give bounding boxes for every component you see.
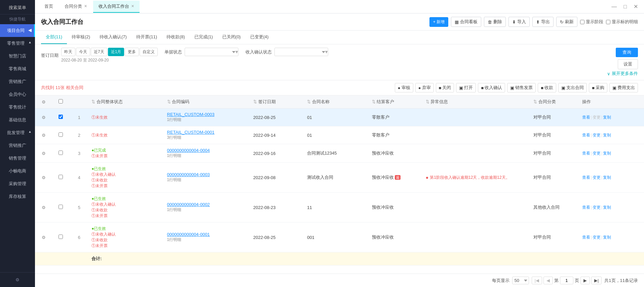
page-input[interactable]	[560, 277, 573, 284]
op-复制[interactable]: 复制	[603, 175, 611, 180]
date-btn-yesterday[interactable]: 昨天	[61, 48, 75, 56]
window-close-icon[interactable]: ✕	[632, 3, 640, 10]
per-page-select[interactable]: 50 10 20 100	[512, 277, 529, 284]
code-link[interactable]: 0000000000004-0001	[167, 232, 210, 237]
code-link[interactable]: 0000000000004-0002	[167, 202, 210, 207]
action-sales-invoice-btn[interactable]: ▣ 销售发票	[507, 83, 536, 92]
window-maximize-icon[interactable]: □	[621, 3, 629, 10]
filter-tab-closed[interactable]: 已关闭(0)	[218, 31, 245, 44]
op-变更[interactable]: 变更	[593, 133, 601, 137]
window-minimize-icon[interactable]: —	[609, 3, 619, 10]
first-page-btn[interactable]: |◀	[532, 277, 542, 284]
income-confirm-select[interactable]	[274, 48, 328, 56]
filter-tab-completed[interactable]: 已完成(1)	[190, 31, 218, 44]
action-close-btn[interactable]: ■ 关闭	[436, 83, 454, 92]
show-stage-checkbox[interactable]	[580, 20, 584, 24]
op-查看[interactable]: 查看	[582, 235, 590, 240]
sidebar-item-quicknav[interactable]: 快捷导航	[0, 14, 35, 24]
tab-close-income-workbench[interactable]: ✕	[131, 4, 134, 8]
action-abandon-btn[interactable]: ● 弃审	[415, 83, 434, 92]
op-复制[interactable]: 复制	[603, 235, 611, 240]
action-income-confirm-btn[interactable]: ■ 收入确认	[478, 83, 505, 92]
setting-button[interactable]: 设置	[618, 59, 638, 69]
sidebar-item-inventory[interactable]: 库存核算	[0, 190, 35, 203]
filter-tab-pending-confirm[interactable]: 待收入确认(7)	[95, 31, 131, 44]
row-gear[interactable]: ⚙	[35, 222, 52, 252]
delete-button[interactable]: 🗑 删除	[484, 17, 506, 27]
code-link[interactable]: RETAIL_CUSTOM-0001	[167, 130, 215, 135]
code-link[interactable]: 0000000000004-0003	[167, 172, 210, 177]
action-purchase-btn[interactable]: ■ 采购	[589, 83, 607, 92]
sidebar-item-member[interactable]: 会员中心	[0, 88, 35, 101]
prev-page-btn[interactable]: ◀	[543, 277, 553, 284]
expand-more-btn[interactable]: ∨ 展开更多条件	[607, 71, 638, 77]
code-link[interactable]: RETAIL_CUSTOM-0003	[167, 112, 215, 117]
sidebar-item-wholesale[interactable]: 批发管理 ▲	[0, 126, 35, 139]
op-变更[interactable]: 变更	[593, 205, 601, 210]
check-all-checkbox[interactable]	[59, 99, 63, 104]
row-gear[interactable]: ⚙	[35, 126, 52, 144]
op-复制[interactable]: 复制	[603, 133, 611, 137]
col-gear[interactable]: ⚙	[35, 95, 52, 109]
filter-tab-changed[interactable]: 已变更(4)	[245, 31, 273, 44]
filter-tab-pending-invoice[interactable]: 待开票(11)	[131, 31, 162, 44]
row-checkbox[interactable]	[59, 132, 63, 137]
op-复制[interactable]: 复制	[603, 205, 611, 210]
dashboard-button[interactable]: ▦ 合同看板	[451, 17, 481, 27]
date-btn-more[interactable]: 更多	[125, 48, 139, 56]
sidebar-item-project[interactable]: 项目合同 ◀	[0, 24, 35, 37]
last-page-btn[interactable]: ▶|	[591, 277, 602, 284]
sidebar-search[interactable]: 搜索菜单	[0, 0, 35, 14]
sidebar-item-marketing[interactable]: 营销推广	[0, 75, 35, 88]
action-pay-contract-btn[interactable]: ▣ 支出合同	[558, 83, 587, 92]
row-gear[interactable]: ⚙	[35, 109, 52, 126]
sidebar-item-retail-stat[interactable]: 零售统计	[0, 101, 35, 114]
op-变更[interactable]: 变更	[593, 235, 601, 240]
action-expense-btn[interactable]: ▣ 费用支出	[609, 83, 638, 92]
op-查看[interactable]: 查看	[582, 205, 590, 210]
action-print-btn[interactable]: ▣ 打开	[456, 83, 476, 92]
refresh-button[interactable]: ↻ 刷新	[556, 17, 577, 27]
sidebar-item-retail-mall[interactable]: 零售商城	[0, 63, 35, 75]
tab-income-workbench[interactable]: 收入合同工作台 ✕	[93, 1, 140, 13]
op-查看[interactable]: 查看	[582, 151, 590, 156]
import-button[interactable]: ⬇ 导入	[508, 17, 530, 27]
row-gear[interactable]: ⚙	[35, 144, 52, 163]
show-detail-checkbox[interactable]	[606, 20, 610, 24]
op-复制[interactable]: 复制	[603, 151, 611, 156]
date-btn-custom[interactable]: 自定义	[140, 48, 158, 56]
tab-home[interactable]: 首页	[39, 1, 59, 13]
sidebar-item-smart-store[interactable]: 智慧门店	[0, 50, 35, 63]
action-review-btn[interactable]: ● 审核	[395, 83, 413, 92]
tab-contract-category[interactable]: 合同分类 ✕	[59, 1, 92, 13]
op-复制[interactable]: 复制	[603, 115, 611, 120]
row-checkbox[interactable]	[59, 115, 63, 119]
op-查看[interactable]: 查看	[582, 175, 590, 180]
op-变更[interactable]: 变更	[593, 175, 601, 180]
date-btn-today[interactable]: 今天	[76, 48, 90, 56]
action-receive-btn[interactable]: ■ 收款	[538, 83, 556, 92]
sidebar-item-base-info[interactable]: 基础信息	[0, 114, 35, 126]
tab-close-contract-category[interactable]: ✕	[84, 4, 87, 8]
sidebar-item-purchase[interactable]: 采购管理	[0, 177, 35, 190]
op-查看[interactable]: 查看	[582, 115, 590, 120]
filter-tab-pending-review[interactable]: 待审核(2)	[67, 31, 95, 44]
op-变更[interactable]: 变更	[593, 151, 601, 156]
sidebar-item-marketing2[interactable]: 营销推广	[0, 139, 35, 152]
date-btn-last1month[interactable]: 近1月	[108, 48, 124, 56]
op-查看[interactable]: 查看	[582, 133, 590, 137]
next-page-btn[interactable]: ▶	[580, 277, 590, 284]
row-checkbox[interactable]	[59, 205, 63, 209]
sidebar-item-sales-mgmt[interactable]: 销售管理	[0, 152, 35, 165]
sidebar-item-xiaochang[interactable]: 小畅电商	[0, 165, 35, 177]
sidebar-item-retail-mgmt[interactable]: 零售管理 ▲	[0, 37, 35, 50]
date-btn-last7days[interactable]: 近7天	[91, 48, 107, 56]
new-button[interactable]: + 新增	[429, 17, 448, 27]
col-check-all[interactable]	[52, 95, 69, 109]
settings-icon[interactable]: ⚙	[0, 272, 35, 287]
doc-status-select[interactable]	[185, 48, 238, 56]
query-button[interactable]: 查询	[616, 48, 638, 57]
row-gear[interactable]: ⚙	[35, 193, 52, 222]
row-gear[interactable]: ⚙	[35, 163, 52, 193]
row-checkbox[interactable]	[59, 175, 63, 179]
